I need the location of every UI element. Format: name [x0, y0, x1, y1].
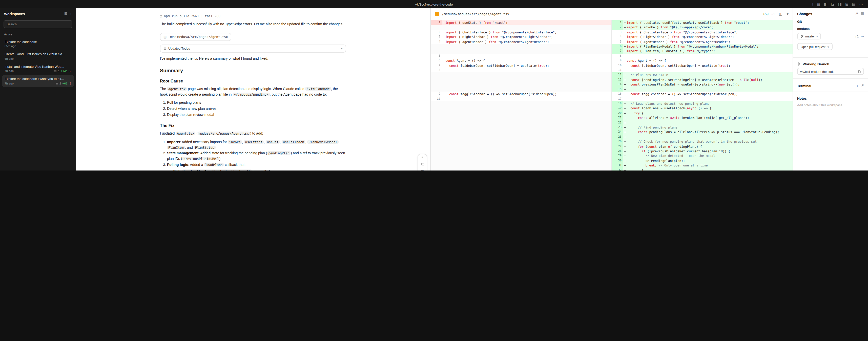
- git-section-label: Git: [797, 20, 864, 23]
- line-number: 4: [612, 34, 623, 39]
- diff-line: 1+import { useState, useEffect, useRef, …: [612, 20, 793, 25]
- workspace-item-time: 6h ago: [5, 57, 14, 60]
- diff-panel: /medusa/medusa/src/pages/Agent.tsx +59 -…: [431, 8, 793, 170]
- more-icon[interactable]: ⋯: [859, 2, 863, 6]
- file-type-icon: [435, 12, 439, 16]
- line-number: 19: [612, 106, 623, 111]
- diff-line: [431, 72, 611, 78]
- line-number: [431, 78, 442, 82]
- chat-scroll-area[interactable]: ▢npm run build 2>&1 | tail -80The build …: [76, 8, 430, 170]
- line-number: 6: [431, 58, 442, 63]
- panel-menu-icon[interactable]: ▤: [861, 12, 864, 16]
- line-number: [431, 154, 442, 158]
- working-branch-name: vk/3ccf-explore-the-code: [800, 69, 856, 73]
- new-terminal-icon[interactable]: +: [856, 84, 858, 88]
- line-number: 29: [612, 154, 623, 158]
- tool-call-row: ▤Read medusa/src/pages/Agent.tsx: [160, 31, 346, 41]
- file-count-icon: ▤: [56, 82, 58, 85]
- stack-icon[interactable]: ▦: [817, 2, 820, 6]
- code-text: + setPendingPlan(plan);: [623, 158, 793, 163]
- terminal-header[interactable]: Terminal + ↗: [793, 81, 868, 90]
- sidebar-section-label: Active: [0, 28, 76, 37]
- line-number: 22: [612, 120, 623, 125]
- panel-bottom-icon[interactable]: ◪: [831, 2, 835, 6]
- new-workspace-icon[interactable]: +: [70, 12, 72, 16]
- code-text: + const pendingPlans = allPlans.filter(p…: [623, 130, 793, 134]
- expand-terminal-icon[interactable]: ↗: [861, 84, 864, 88]
- numbered-list: Imports: Added necessary imports for inv…: [160, 140, 346, 171]
- working-branch-field[interactable]: vk/3ccf-explore-the-code: [797, 68, 864, 75]
- workspace-item[interactable]: Explore the codebase I want you to ex...…: [2, 75, 74, 87]
- pause-icon[interactable]: ‖: [812, 2, 813, 6]
- file-icon: ▤: [163, 35, 166, 39]
- rows-icon[interactable]: ▤: [852, 2, 856, 6]
- diff-line: [431, 101, 611, 106]
- diff-body[interactable]: 1-import { useState } from "react";2 imp…: [431, 20, 793, 170]
- open-pull-request-button[interactable]: Open pull request ▾: [797, 43, 833, 50]
- code-text: [442, 44, 611, 49]
- line-number: [431, 106, 442, 111]
- code-text: const [sidebarOpen, setSidebarOpen] = us…: [442, 63, 611, 68]
- file-count-icon: ▤: [54, 69, 56, 72]
- diff-line: 15+: [612, 87, 793, 92]
- section-heading: Summary: [160, 67, 346, 73]
- diff-line: 2+import { invoke } from "@tauri-apps/ap…: [612, 25, 793, 30]
- line-number: 31: [612, 163, 623, 168]
- arrow-up-icon: ↑: [855, 34, 856, 38]
- branch-selector[interactable]: master ▾: [797, 33, 821, 39]
- panel-right-icon[interactable]: ◨: [838, 2, 842, 6]
- tool-call-command[interactable]: ▢npm run build 2>&1 | tail -80: [160, 14, 346, 18]
- diff-line: [431, 154, 611, 158]
- file-read-chip[interactable]: ▤Read medusa/src/pages/Agent.tsx: [160, 33, 231, 41]
- diff-line: 31+ break; // Only open one at a time: [612, 163, 793, 168]
- list-item: State management: Added state for tracki…: [167, 151, 346, 162]
- diff-menu-icon[interactable]: ▾: [786, 12, 788, 16]
- search-input[interactable]: [4, 20, 72, 28]
- line-number: 20: [612, 111, 623, 115]
- workspace-item[interactable]: Explore the codebase35m ago: [2, 38, 74, 50]
- code-text: const Agent = () => {: [623, 58, 793, 63]
- code-text: + break; // Only open one at a time: [623, 163, 793, 168]
- code-text: [442, 87, 611, 92]
- code-text: [442, 120, 611, 125]
- workspace-item[interactable]: Install and integrate Vibe Kanban Web...…: [2, 62, 74, 74]
- code-text: [623, 96, 793, 101]
- chip-label: Updated Todos: [168, 47, 190, 50]
- grid-icon[interactable]: ⊞: [845, 2, 848, 6]
- diff-line: 13+ const [pendingPlan, setPendingPlan] …: [612, 78, 793, 82]
- notes-placeholder[interactable]: Add notes about this workspace...: [793, 102, 868, 108]
- line-number: 3: [612, 30, 623, 35]
- code-text: [442, 149, 611, 154]
- copy-icon[interactable]: [857, 69, 861, 73]
- diff-line: 8: [612, 54, 793, 58]
- expand-icon[interactable]: ↗: [855, 12, 858, 16]
- diff-line: 5: [431, 54, 611, 58]
- workspace-item[interactable]: Create Good First Issues on Github So...…: [2, 50, 74, 62]
- panel-left-icon[interactable]: ◧: [824, 2, 828, 6]
- code-text: [442, 168, 611, 170]
- todos-chip[interactable]: ≣Updated Todos▾: [160, 44, 346, 53]
- code-text: [442, 96, 611, 101]
- terminal-header-icons: + ↗: [856, 84, 864, 88]
- panel-icon[interactable]: ▢: [421, 169, 424, 170]
- line-number: 1: [612, 20, 623, 25]
- notes-header[interactable]: Notes: [793, 94, 868, 102]
- code-text: [442, 101, 611, 106]
- workspace-settings-icon[interactable]: ⊞: [64, 12, 67, 16]
- sidebar-header: Workspaces ⊞ +: [0, 8, 76, 18]
- workspace-item-stats: ▤2+61-3: [56, 82, 71, 85]
- diff-line: 12+ // Plan review state: [612, 72, 793, 78]
- diff-line: 14+ const previousPlanIdsRef = useRef<Se…: [612, 82, 793, 87]
- diff-line: 7 const [sidebarOpen, setSidebarOpen] = …: [431, 63, 611, 68]
- diff-line: [431, 106, 611, 111]
- split-view-icon[interactable]: ◫: [779, 12, 782, 16]
- search-box: [0, 18, 76, 28]
- more-icon[interactable]: ⋯: [861, 34, 864, 38]
- diff-line: 9 const toggleSidebar = () => setSidebar…: [431, 92, 611, 96]
- copy-icon[interactable]: [420, 162, 424, 166]
- sub-list-item: Calls invoke<PlanItem[]>('get_all_plans'…: [173, 169, 346, 170]
- line-number: 7: [431, 63, 442, 68]
- code-text: [442, 154, 611, 158]
- line-number: [431, 144, 442, 149]
- diff-line: 1-import { useState } from "react";: [431, 20, 611, 25]
